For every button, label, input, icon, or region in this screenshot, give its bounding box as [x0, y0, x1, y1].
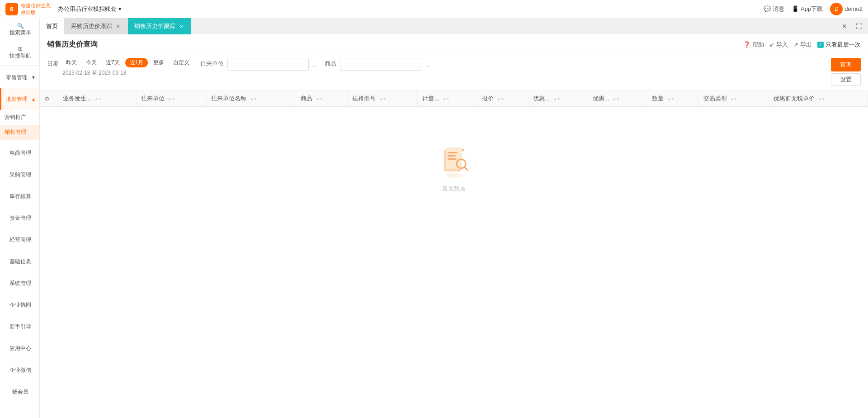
- logo-area: 6 畅捷信好生意 标准版: [5, 2, 51, 15]
- th-quote[interactable]: 报价 ▲▼: [477, 91, 528, 107]
- svg-point-0: [445, 173, 463, 178]
- th-goods[interactable]: 商品 ▲▼: [296, 91, 348, 107]
- sidebar-item-inventory[interactable]: 库存核算: [0, 185, 39, 207]
- th-settings[interactable]: ⚙: [40, 91, 58, 107]
- goods-filter-group: 商品 ...: [325, 58, 430, 71]
- import-icon: ↙: [769, 41, 774, 48]
- sidebar-item-basic[interactable]: 基础信息: [0, 251, 39, 272]
- sidebar-sub-marketing[interactable]: 营销推广: [0, 110, 39, 125]
- sidebar-sub-sales[interactable]: 销售管理: [0, 125, 39, 140]
- tab-home[interactable]: 首页: [40, 18, 65, 34]
- counterpart-dots[interactable]: ...: [312, 61, 317, 68]
- date-filter-content: 昨天 今天 近7天 近1月 更多 自定义 2023-02-18 至 2023-0…: [62, 58, 193, 77]
- th-qty[interactable]: 数量 ▲▼: [647, 91, 698, 107]
- sidebar-item-wechat[interactable]: 企业微信: [0, 359, 39, 381]
- sort-discount1: ▲▼: [553, 97, 561, 101]
- sort-unit: ▲▼: [443, 97, 450, 101]
- top-bar: 6 畅捷信好生意 标准版 办公用品行业模拟账套 ▾ 💬 消息 📱 App下载 D…: [0, 0, 868, 18]
- date-buttons: 昨天 今天 近7天 近1月 更多 自定义: [62, 58, 193, 67]
- th-counterpart-name[interactable]: 往来单位名称 ▲▼: [207, 91, 296, 107]
- counterpart-filter-group: 往来单位 ...: [200, 58, 317, 71]
- th-unit[interactable]: 计量... ▲▼: [418, 91, 477, 107]
- empty-text: 暂无数据: [442, 185, 466, 193]
- date-filter-label: 日期: [47, 60, 59, 68]
- export-button[interactable]: ↗ 导出: [793, 41, 812, 49]
- help-button[interactable]: ❓ 帮助: [743, 41, 764, 49]
- search-icon: 🔍: [17, 23, 24, 29]
- goods-filter-label: 商品: [325, 60, 336, 68]
- goods-dots[interactable]: ...: [425, 61, 430, 68]
- table-settings-icon[interactable]: ⚙: [44, 95, 50, 102]
- sidebar-item-system[interactable]: 系统管理: [0, 272, 39, 294]
- counterpart-input[interactable]: [227, 58, 309, 71]
- tab-maximize-button[interactable]: ⛶: [854, 21, 864, 32]
- date-btn-last7[interactable]: 近7天: [102, 58, 123, 67]
- message-icon: 💬: [764, 5, 771, 12]
- download-icon: 📱: [792, 5, 799, 12]
- table-header: ⚙ 业务发生... ▲▼ 往来单位 ▲▼ 往来单位名称: [40, 91, 868, 107]
- sidebar-item-purchase[interactable]: 采购管理: [0, 164, 39, 185]
- only-last-checkbox-label[interactable]: ✓ 只看最后一次: [817, 41, 861, 49]
- user-menu[interactable]: D demo2: [830, 3, 863, 15]
- date-btn-yesterday[interactable]: 昨天: [62, 58, 80, 67]
- sort-counterpart-code: ▲▼: [168, 97, 175, 101]
- th-spec[interactable]: 规格型号 ▲▼: [347, 91, 418, 107]
- search-button[interactable]: 查询: [831, 58, 861, 71]
- goods-input-group: ...: [340, 58, 430, 71]
- tab-purchase-history[interactable]: 采购历史价跟踪 ✕: [65, 18, 128, 34]
- app-selector[interactable]: 办公用品行业模拟账套 ▾: [54, 3, 125, 15]
- sidebar-item-enterprise[interactable]: 企业协同: [0, 294, 39, 316]
- date-btn-today[interactable]: 今天: [82, 58, 100, 67]
- page-header: 销售历史价查询 ❓ 帮助 ↙ 导入 ↗ 导出 ✓: [40, 34, 868, 53]
- th-discount1[interactable]: 优惠... ▲▼: [528, 91, 588, 107]
- sidebar-item-guide[interactable]: 新手引导: [0, 316, 39, 337]
- sidebar-item-search[interactable]: 🔍 搜索菜单: [0, 18, 39, 41]
- tab-sales-history-close[interactable]: ✕: [178, 23, 184, 29]
- help-icon: ❓: [743, 41, 750, 48]
- tab-purchase-history-close[interactable]: ✕: [115, 23, 121, 29]
- date-btn-more[interactable]: 更多: [150, 58, 168, 67]
- sidebar-item-quick-nav[interactable]: ⊞ 快捷导航: [0, 41, 39, 64]
- goods-input[interactable]: [340, 58, 421, 71]
- filter-right-actions: 查询 设置: [831, 58, 861, 86]
- top-bar-right: 💬 消息 📱 App下载 D demo2: [764, 3, 863, 15]
- sidebar-item-wholesale[interactable]: 批发管理 ▴: [0, 88, 39, 110]
- sort-goods: ▲▼: [316, 97, 323, 101]
- table-header-row: ⚙ 业务发生... ▲▼ 往来单位 ▲▼ 往来单位名称: [40, 91, 868, 107]
- th-trade-type[interactable]: 交易类型 ▲▼: [698, 91, 769, 107]
- sidebar-item-finance[interactable]: 资金管理: [0, 207, 39, 229]
- sort-trade-type: ▲▼: [730, 97, 737, 101]
- th-counterpart-code[interactable]: 往来单位 ▲▼: [136, 91, 207, 107]
- tab-sales-history[interactable]: 销售历史价跟踪 ✕: [128, 18, 191, 34]
- empty-state: ✦ 暂无数据: [40, 107, 868, 229]
- th-biz-date[interactable]: 业务发生... ▲▼: [58, 91, 136, 107]
- th-pretax-price[interactable]: 优惠前无税单价 ▲▼: [769, 91, 868, 107]
- date-btn-custom[interactable]: 自定义: [170, 58, 193, 67]
- svg-rect-5: [448, 158, 457, 160]
- empty-icon: ✦: [436, 143, 472, 179]
- date-btn-last1m[interactable]: 近1月: [125, 58, 148, 67]
- date-filter-group: 日期 昨天 今天 近7天 近1月 更多 自定义 2023-02-18 至 202…: [47, 58, 193, 77]
- message-button[interactable]: 💬 消息: [764, 5, 784, 13]
- app-download-button[interactable]: 📱 App下载: [792, 5, 823, 13]
- sidebar-item-member[interactable]: 畅会员: [0, 381, 39, 403]
- svg-line-7: [464, 167, 467, 170]
- only-last-checkbox[interactable]: ✓: [817, 42, 824, 48]
- svg-rect-3: [448, 152, 458, 153]
- svg-rect-4: [448, 155, 456, 157]
- sidebar-item-ecommerce[interactable]: 电商管理: [0, 142, 39, 164]
- sidebar-item-retail[interactable]: 零售管理 ▾: [0, 66, 39, 88]
- sort-counterpart-name: ▲▼: [250, 97, 257, 101]
- sort-discount2: ▲▼: [613, 97, 620, 101]
- sort-spec: ▲▼: [379, 97, 386, 101]
- sidebar-item-operations[interactable]: 经营管理: [0, 229, 39, 251]
- sidebar-item-apps[interactable]: 应用中心: [0, 337, 39, 359]
- th-discount2[interactable]: 优惠... ▲▼: [588, 91, 647, 107]
- avatar: D: [830, 3, 843, 15]
- svg-text:✦: ✦: [461, 147, 465, 153]
- filter-settings-button[interactable]: 设置: [831, 73, 861, 86]
- chevron-down-icon-retail: ▾: [32, 74, 35, 81]
- counterpart-input-group: ...: [227, 58, 317, 71]
- tab-close-button[interactable]: ✕: [839, 21, 850, 32]
- import-button[interactable]: ↙ 导入: [769, 41, 788, 49]
